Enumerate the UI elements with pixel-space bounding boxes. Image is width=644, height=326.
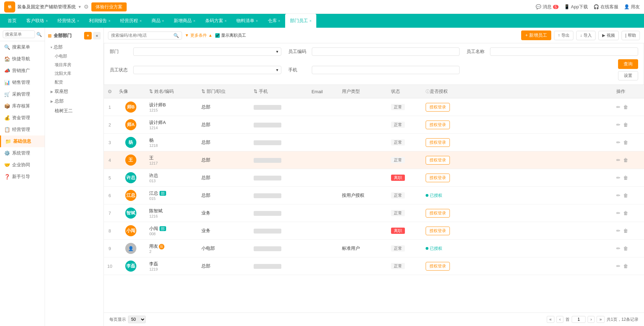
- dept-item-headquarters[interactable]: ▾ 总部: [48, 42, 101, 52]
- user-item[interactable]: 👤 用友: [624, 4, 640, 10]
- edit-icon[interactable]: ✏: [616, 157, 620, 163]
- auth-login-btn[interactable]: 授权登录: [426, 174, 450, 182]
- auth-login-btn[interactable]: 授权登录: [426, 156, 450, 165]
- show-resigned-checkbox[interactable]: [215, 33, 220, 38]
- col-dept[interactable]: ⇅ 部门/职位: [198, 85, 250, 98]
- edit-icon[interactable]: ✏: [616, 246, 620, 251]
- close-icon[interactable]: ×: [225, 19, 227, 23]
- col-name[interactable]: ⇅ 姓名/编码: [146, 85, 198, 98]
- close-icon[interactable]: ×: [278, 19, 280, 23]
- delete-icon[interactable]: 🗑: [623, 193, 628, 198]
- more-filter-btn[interactable]: ▼ 更多条件 ▲: [185, 33, 212, 38]
- reset-btn[interactable]: 设置: [618, 71, 638, 80]
- sidebar-item-marketing[interactable]: 📣营销推广: [0, 65, 45, 77]
- first-page-btn[interactable]: «: [547, 316, 555, 323]
- tab-history[interactable]: 经营历程 ×: [115, 14, 146, 28]
- auth-login-btn[interactable]: 授权登录: [426, 227, 450, 235]
- prev-page-btn[interactable]: ‹: [556, 316, 563, 323]
- close-icon[interactable]: ×: [256, 19, 258, 23]
- close-icon[interactable]: ×: [309, 19, 311, 23]
- tab-employees[interactable]: 部门员工 ×: [285, 14, 316, 28]
- app-download-item[interactable]: 📱 App下载: [564, 4, 588, 10]
- close-icon[interactable]: ×: [193, 19, 195, 23]
- close-icon[interactable]: ×: [108, 19, 110, 23]
- export-btn[interactable]: ↑ 导出: [554, 31, 573, 40]
- sidebar-item-inventory[interactable]: 📦库存核算: [0, 100, 45, 112]
- edit-icon[interactable]: ✏: [616, 175, 620, 180]
- edit-icon[interactable]: ✏: [616, 104, 620, 110]
- tab-customer[interactable]: 客户联络 ×: [21, 14, 53, 28]
- next-page-btn[interactable]: ›: [588, 316, 595, 323]
- last-page-btn[interactable]: »: [597, 316, 605, 323]
- empname-filter-input[interactable]: [490, 47, 638, 56]
- empstatus-filter-select[interactable]: ▾: [133, 66, 281, 74]
- sidebar-item-guide[interactable]: ❓新手引导: [0, 171, 45, 183]
- close-icon[interactable]: ×: [139, 19, 142, 23]
- dept-child-small-elec[interactable]: 小电部: [48, 52, 101, 61]
- tab-bom[interactable]: 物料清单 ×: [232, 14, 263, 28]
- dept-item-hq2[interactable]: ▶ 总部: [48, 96, 101, 106]
- dept-child-distribution[interactable]: 配货: [48, 78, 101, 87]
- phone-filter-input[interactable]: [312, 66, 460, 74]
- tab-barcode[interactable]: 条码方案 ×: [200, 14, 232, 28]
- tab-business[interactable]: 经营情况 ×: [53, 14, 84, 28]
- empcode-filter-input[interactable]: [312, 47, 460, 56]
- sidebar-item-collab[interactable]: 🤝企业协同: [0, 159, 45, 171]
- auth-login-btn[interactable]: 授权登录: [426, 138, 450, 147]
- close-icon[interactable]: ×: [77, 19, 79, 23]
- auth-login-btn[interactable]: 授权登录: [426, 103, 450, 112]
- dept-add-btn[interactable]: +: [84, 32, 92, 39]
- view-btn[interactable]: ▶ 视频: [598, 31, 619, 40]
- delete-icon[interactable]: 🗑: [623, 157, 628, 163]
- edit-icon[interactable]: ✏: [616, 193, 620, 198]
- auth-login-btn[interactable]: 授权登录: [426, 262, 450, 271]
- sidebar-item-search[interactable]: 🔍搜索菜单: [0, 41, 45, 53]
- online-service-item[interactable]: 🎧 在线客服: [593, 4, 618, 10]
- sidebar-item-basic[interactable]: 📁基础信息: [0, 135, 45, 147]
- delete-icon[interactable]: 🗑: [623, 246, 628, 251]
- import-btn[interactable]: ↓ 导入: [576, 31, 596, 40]
- auth-login-btn[interactable]: 授权登录: [426, 209, 450, 218]
- tab-goods[interactable]: 商品 ×: [147, 14, 169, 28]
- dropdown-arrow-icon[interactable]: ▾: [79, 4, 81, 9]
- close-icon[interactable]: ×: [46, 19, 48, 23]
- delete-icon[interactable]: 🗑: [623, 104, 628, 110]
- delete-icon[interactable]: 🗑: [623, 210, 628, 216]
- delete-icon[interactable]: 🗑: [623, 175, 628, 180]
- message-item[interactable]: 💬 消息 5: [536, 4, 559, 10]
- delete-icon[interactable]: 🗑: [623, 140, 628, 145]
- dept-item-plant[interactable]: 植树王二: [48, 106, 101, 116]
- sidebar-search-input[interactable]: [3, 30, 35, 38]
- trial-button[interactable]: 体验行业方案: [91, 2, 127, 11]
- tab-warehouse[interactable]: 仓库 ×: [263, 14, 285, 28]
- sidebar-item-operations[interactable]: 📋经营管理: [0, 124, 45, 135]
- query-btn[interactable]: 查询: [618, 59, 638, 69]
- auth-login-btn[interactable]: 授权登录: [426, 121, 450, 129]
- delete-icon[interactable]: 🗑: [623, 263, 628, 269]
- edit-icon[interactable]: ✏: [616, 210, 620, 216]
- edit-icon[interactable]: ✏: [616, 140, 620, 145]
- delete-icon[interactable]: 🗑: [623, 122, 628, 127]
- per-page-select[interactable]: 50 100 200: [128, 316, 146, 323]
- sidebar-item-sales[interactable]: 📊销售管理: [0, 77, 45, 88]
- sidebar-item-finance[interactable]: 💰资金管理: [0, 112, 45, 124]
- edit-icon[interactable]: ✏: [616, 228, 620, 234]
- sidebar-item-quicknav[interactable]: 🏠快捷导航: [0, 53, 45, 65]
- dept-child-shenyang[interactable]: 沈阳大库: [48, 69, 101, 78]
- search-input[interactable]: [111, 33, 173, 38]
- delete-icon[interactable]: 🗑: [623, 228, 628, 234]
- dept-collapse-btn[interactable]: «: [93, 32, 101, 39]
- tab-profit[interactable]: 利润报告 ×: [84, 14, 115, 28]
- col-phone[interactable]: ⇅ 手机: [250, 85, 308, 98]
- help-btn[interactable]: | 帮助: [622, 31, 640, 40]
- edit-icon[interactable]: ✏: [616, 122, 620, 127]
- add-employee-btn[interactable]: + 新增员工: [521, 30, 551, 40]
- sidebar-item-purchase[interactable]: 🛒采购管理: [0, 88, 45, 100]
- dept-filter-select[interactable]: ▾: [133, 47, 281, 56]
- tab-home[interactable]: 首页: [3, 14, 21, 28]
- settings-icon[interactable]: ⚙: [84, 3, 89, 10]
- sidebar-item-system[interactable]: ⚙️系统管理: [0, 147, 45, 159]
- edit-icon[interactable]: ✏: [616, 263, 620, 269]
- col-settings[interactable]: ⚙: [104, 85, 116, 98]
- dept-item-dual[interactable]: ▶ 双座想: [48, 87, 101, 96]
